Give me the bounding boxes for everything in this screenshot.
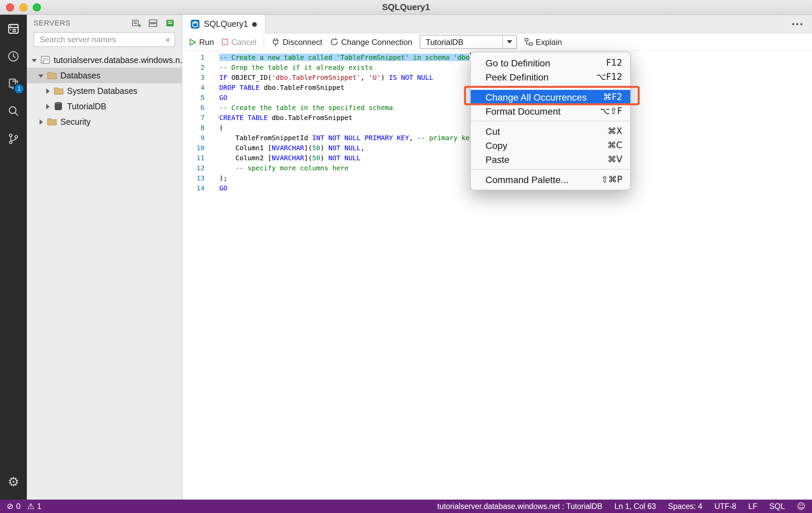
status-eol[interactable]: LF [748,502,757,510]
menu-item-peek-definition[interactable]: Peek Definition⌥F12 [471,70,630,84]
new-server-group-icon[interactable] [148,18,158,28]
problems-warnings[interactable]: ⚠ 1 [27,502,41,510]
menu-item-go-to-definition[interactable]: Go to DefinitionF12 [471,56,630,70]
sidebar-item-task-history[interactable] [0,42,27,70]
sql-file-icon [191,20,200,29]
tree-item-system-databases[interactable]: System Databases [27,83,182,98]
tree-item-security[interactable]: Security [27,114,182,130]
settings-button[interactable]: ⚙ [0,468,27,495]
sidebar-actions [132,18,175,28]
tab-sqlquery1[interactable]: SQLQuery1 [182,15,265,33]
chevron-right-icon[interactable] [44,87,51,94]
sidebar-item-notebooks[interactable]: 1 [0,70,27,97]
database-dropdown-value: TutorialDB [420,37,502,47]
run-label: Run [199,37,214,47]
sidebar-item-search[interactable] [0,97,27,125]
menu-item-label: Command Palette... [486,174,601,185]
menu-item-label: Cut [486,126,608,137]
code-token: ) [320,144,328,151]
code-token: NOT NULL [328,154,360,162]
code-token: 'U' [369,74,381,81]
folder-icon [53,86,64,96]
problems-errors[interactable]: ⊘ 0 [7,502,21,510]
code-token: ) [320,154,328,162]
line-numbers: 1234567891011121314 [182,51,209,500]
code-token: , [409,134,417,142]
notification-badge: 1 [13,83,25,94]
chevron-right-icon[interactable] [37,118,44,125]
explain-button[interactable]: Explain [524,37,562,47]
run-icon [188,38,197,46]
code-token: 'dbo.TableFromSnippet' [272,74,361,81]
clear-search-icon[interactable]: × [165,35,170,44]
chevron-down-icon[interactable] [31,57,37,63]
menu-item-command-palette[interactable]: Command Palette...⇧⌘P [471,172,630,187]
menu-item-shortcut: ⌥⇧F [600,106,622,116]
code-token: -- Drop the table if it already exists [219,64,373,71]
status-connection[interactable]: tutorialserver.database.windows.net : Tu… [437,502,602,510]
new-connection-icon[interactable] [132,18,142,28]
clock-icon [7,49,20,63]
more-actions-icon[interactable] [783,15,812,33]
code-token: ]( [304,144,312,151]
menu-item-label: Peek Definition [486,72,596,82]
status-encoding[interactable]: UTF-8 [715,502,736,510]
status-cursor-position[interactable]: Ln 1, Col 63 [614,502,656,510]
code-token: NVARCHAR [272,154,304,162]
menu-item-shortcut: ⌥F12 [596,72,622,82]
code-token: TableFromSnippetId [219,134,312,142]
menu-item-copy[interactable]: Copy⌘C [471,138,630,152]
line-number: 9 [182,133,209,143]
tree-item-tutorialdb[interactable]: TutorialDB [27,98,182,114]
status-language[interactable]: SQL [770,502,785,510]
menu-item-label: Format Document [486,106,600,116]
cancel-button[interactable]: Cancel [221,37,257,47]
sidebar-item-connections[interactable] [0,15,27,42]
git-branch-icon [7,132,20,145]
unsaved-changes-dot[interactable] [252,22,257,27]
tree-item-label: System Databases [67,86,138,95]
feedback-smiley-icon[interactable]: ☺ [797,502,805,510]
status-indentation[interactable]: Spaces: 4 [668,502,702,510]
sidebar-item-source-control[interactable] [0,125,27,152]
title-bar: SQLQuery1 [0,0,812,15]
change-connection-button[interactable]: Change Connection [330,37,412,47]
menu-item-label: Go to Definition [486,57,606,68]
warning-icon: ⚠ [27,502,34,510]
run-button[interactable]: Run [188,37,214,47]
disconnect-button[interactable]: Disconnect [272,37,322,47]
search-input[interactable] [38,34,165,45]
plug-icon [272,37,280,47]
tree-item-label: tutorialserver.database.windows.n... [54,55,182,65]
code-token: -- Create a new table called 'TableFromS… [219,54,470,61]
context-menu-items: Go to DefinitionF12Peek Definition⌥F12Ch… [471,56,630,187]
line-number: 11 [182,153,209,163]
code-token: GO [219,184,227,192]
menu-item-cut[interactable]: Cut⌘X [471,124,630,138]
code-token: OBJECT_ID( [227,74,271,81]
server-search: × [33,32,175,47]
tab-label: SQLQuery1 [204,20,248,29]
code-token: ) [381,74,389,81]
menu-item-shortcut: ⇧⌘P [601,174,622,184]
menu-item-format-document[interactable]: Format Document⌥⇧F [471,104,630,118]
server-tree: tutorialserver.database.windows.n...Data… [27,52,182,500]
menu-separator [471,169,630,170]
chevron-right-icon[interactable] [44,103,51,110]
menu-item-label: Copy [486,140,608,150]
tree-item-tutorialserver-database-windows-n[interactable]: tutorialserver.database.windows.n... [27,52,182,68]
search-icon [7,104,20,118]
tree-item-label: TutorialDB [67,102,106,111]
menu-item-label: Change All Occurrences [486,91,603,102]
chevron-down-icon[interactable] [37,72,44,79]
tree-item-databases[interactable]: Databases [27,68,182,83]
menu-item-paste[interactable]: Paste⌘V [471,152,630,166]
line-number: 10 [182,143,209,153]
line-number: 3 [182,73,209,83]
code-token: dbo.TableFromSnippet [268,114,353,121]
menu-item-change-all-occurrences[interactable]: Change All Occurrences⌘F2 [471,90,630,104]
database-dropdown[interactable]: TutorialDB [420,35,517,49]
code-token: INT NOT NULL PRIMARY KEY [312,134,409,142]
error-icon: ⊘ [7,502,13,510]
active-connections-icon[interactable] [165,18,175,28]
